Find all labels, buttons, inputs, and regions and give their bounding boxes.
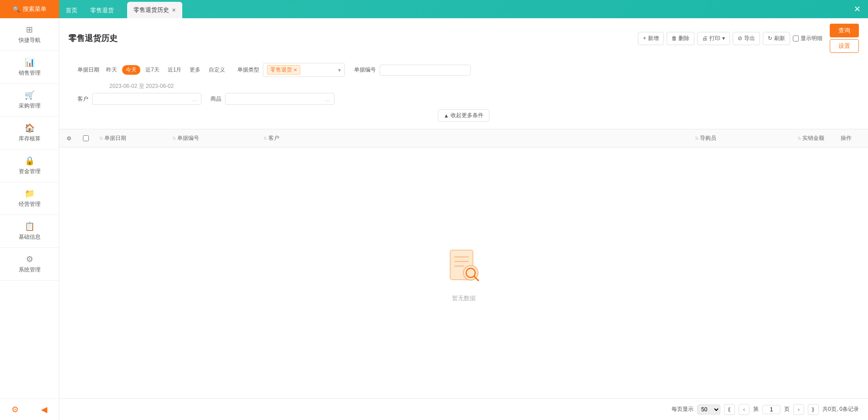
collapse-icon: ▲ xyxy=(444,113,449,119)
sidebar-item-finance[interactable]: 🔒 资金管理 xyxy=(0,149,59,182)
filter-docno-item: 单据编号 xyxy=(354,65,471,76)
sidebar-item-system[interactable]: ⚙ 系统管理 xyxy=(0,248,59,281)
filter-date-range: 2023-06-02 至 2023-06-02 xyxy=(109,83,174,89)
query-button[interactable]: 查询 xyxy=(830,24,859,37)
sidebar-item-system-label: 系统管理 xyxy=(19,266,41,274)
sidebar-item-quick-nav[interactable]: ⊞ 快捷导航 xyxy=(0,18,59,51)
table-wrap: ⚙ ⇅ 单据日期 ⇅ 单据编号 ⇅ 客户 ⇅ xyxy=(59,129,868,398)
th-no-label: 单据编号 xyxy=(177,134,199,142)
filter-goods-input[interactable]: ... xyxy=(225,93,334,105)
filter-area: 单据日期 昨天 今天 近7天 近1月 更多 自定义 单据类型 xyxy=(68,57,859,129)
filter-customer-label: 客户 xyxy=(77,95,88,103)
customer-ellipsis: ... xyxy=(192,95,197,102)
show-detail-label: 显示明细 xyxy=(801,35,822,42)
page-title: 零售退货历史 xyxy=(68,33,118,44)
main-layout: ⊞ 快捷导航 📊 销售管理 🛒 采购管理 🏠 库存核算 🔒 资金管理 📁 经营管… xyxy=(0,18,868,420)
export-button[interactable]: ⊘ 导出 xyxy=(733,32,760,45)
pagination: 每页显示 10 20 50 100 ⟪ ‹ 第 页 › ⟫ 共0页, 0条记录 xyxy=(59,398,868,420)
tab-return-history-close[interactable]: ✕ xyxy=(172,7,176,13)
date-btn-today[interactable]: 今天 xyxy=(122,65,140,75)
th-amount[interactable]: ⇅ 实销金额 xyxy=(764,134,828,142)
show-detail-checkbox-wrap[interactable]: 显示明细 xyxy=(793,35,822,42)
per-page-select[interactable]: 10 20 50 100 xyxy=(697,405,720,415)
sidebar-item-sales[interactable]: 📊 销售管理 xyxy=(0,51,59,84)
setting-button[interactable]: 设置 xyxy=(830,39,859,53)
filter-goods-label: 商品 xyxy=(211,95,221,103)
content-area: 零售退货历史 + 新增 🗑 删除 🖨 打印 ▾ ⊘ 导出 xyxy=(59,18,868,420)
refresh-button[interactable]: ↻ 刷新 xyxy=(763,32,790,45)
date-btn-more[interactable]: 更多 xyxy=(186,65,204,75)
filter-date-btns: 昨天 今天 近7天 近1月 更多 自定义 xyxy=(103,65,228,75)
sidebar-item-purchase[interactable]: 🛒 采购管理 xyxy=(0,84,59,117)
date-btn-custom[interactable]: 自定义 xyxy=(205,65,228,75)
sidebar: ⊞ 快捷导航 📊 销售管理 🛒 采购管理 🏠 库存核算 🔒 资金管理 📁 经营管… xyxy=(0,18,59,420)
refresh-icon: ↻ xyxy=(768,35,772,41)
filter-doctype-tag-text: 零售退货 xyxy=(270,66,292,74)
sidebar-settings-btn[interactable]: ⚙ xyxy=(11,405,19,415)
operations-icon: 📁 xyxy=(25,189,35,199)
date-btn-month[interactable]: 近1月 xyxy=(164,65,185,75)
top-right-btns: + 新增 🗑 删除 🖨 打印 ▾ ⊘ 导出 ↻ xyxy=(638,32,822,45)
sidebar-item-inventory[interactable]: 🏠 库存核算 xyxy=(0,117,59,149)
filter-goods-item: 商品 ... xyxy=(211,93,334,105)
page-title-row: 零售退货历史 + 新增 🗑 删除 🖨 打印 ▾ ⊘ 导出 xyxy=(68,24,859,53)
filter-docno-input[interactable] xyxy=(380,65,471,76)
date-btn-yesterday[interactable]: 昨天 xyxy=(103,65,120,75)
goods-ellipsis: ... xyxy=(325,95,330,102)
sidebar-item-operations[interactable]: 📁 经营管理 xyxy=(0,182,59,215)
th-date[interactable]: ⇅ 单据日期 xyxy=(96,134,169,142)
filter-docno-label: 单据编号 xyxy=(354,66,376,74)
page-next-btn[interactable]: › xyxy=(793,404,804,415)
search-icon: 🔍 xyxy=(13,6,20,13)
top-bar-right: ✕ xyxy=(854,4,868,14)
filter-doctype-select[interactable]: 零售退货 ✕ ▾ xyxy=(263,63,345,77)
page-label-before: 第 xyxy=(753,405,759,413)
page-first-btn[interactable]: ⟪ xyxy=(724,404,735,415)
show-detail-checkbox[interactable] xyxy=(793,36,799,41)
sort-icon-date: ⇅ xyxy=(99,136,103,141)
select-all-checkbox[interactable] xyxy=(83,135,89,141)
page-number-input[interactable] xyxy=(762,405,781,414)
page-header: 零售退货历史 + 新增 🗑 删除 🖨 打印 ▾ ⊘ 导出 xyxy=(59,18,868,129)
tab-return[interactable]: 零售退货 ✕ xyxy=(84,3,127,18)
th-no[interactable]: ⇅ 单据编号 xyxy=(169,134,260,142)
search-menu-btn[interactable]: 🔍 搜索菜单 xyxy=(0,0,59,18)
sidebar-item-operations-label: 经营管理 xyxy=(19,200,41,208)
date-btn-week[interactable]: 近7天 xyxy=(142,65,163,75)
tab-return-label: 零售退货 xyxy=(90,6,114,15)
per-page-label: 每页显示 xyxy=(672,405,693,413)
th-gear[interactable]: ⚙ xyxy=(63,135,79,142)
tab-home[interactable]: 首页 xyxy=(59,3,84,18)
filter-customer-item: 客户 ... xyxy=(77,93,201,105)
finance-icon: 🔒 xyxy=(25,156,35,166)
delete-button[interactable]: 🗑 删除 xyxy=(667,32,694,45)
th-customer[interactable]: ⇅ 客户 xyxy=(260,134,691,142)
sidebar-collapse-btn[interactable]: ◀ xyxy=(41,405,47,415)
sidebar-item-basic-info[interactable]: 📋 基础信息 xyxy=(0,215,59,248)
page-total: 共0页, 0条记录 xyxy=(822,405,859,413)
sidebar-item-inventory-label: 库存核算 xyxy=(19,135,41,143)
page-last-btn[interactable]: ⟫ xyxy=(808,404,819,415)
collapse-conditions-btn[interactable]: ▲ 收起更多条件 xyxy=(438,109,490,122)
sidebar-item-purchase-label: 采购管理 xyxy=(19,102,41,110)
purchase-icon: 🛒 xyxy=(25,90,35,100)
th-op: 操作 xyxy=(828,134,864,142)
add-button[interactable]: + 新增 xyxy=(638,32,663,45)
tab-return-close[interactable]: ✕ xyxy=(117,8,121,14)
table-header: ⚙ ⇅ 单据日期 ⇅ 单据编号 ⇅ 客户 ⇅ xyxy=(59,129,868,148)
filter-doctype-item: 单据类型 零售退货 ✕ ▾ xyxy=(237,63,345,77)
print-button[interactable]: 🖨 打印 ▾ xyxy=(697,32,730,45)
sales-icon: 📊 xyxy=(25,57,35,67)
tab-return-history[interactable]: 零售退货历史 ✕ xyxy=(127,2,182,18)
filter-doctype-tag-close[interactable]: ✕ xyxy=(293,67,297,72)
gear-icon: ⚙ xyxy=(67,135,72,142)
filter-row-2: 客户 ... 商品 ... xyxy=(77,93,850,105)
page-prev-btn[interactable]: ‹ xyxy=(739,404,750,415)
filter-doctype-arrow: ▾ xyxy=(338,67,341,73)
th-check[interactable] xyxy=(79,135,96,141)
filter-customer-input[interactable]: ... xyxy=(92,93,201,105)
window-close-btn[interactable]: ✕ xyxy=(854,4,861,14)
empty-text: 暂无数据 xyxy=(452,294,476,302)
th-guide[interactable]: ⇅ 导购员 xyxy=(691,134,764,142)
system-icon: ⚙ xyxy=(26,254,33,264)
